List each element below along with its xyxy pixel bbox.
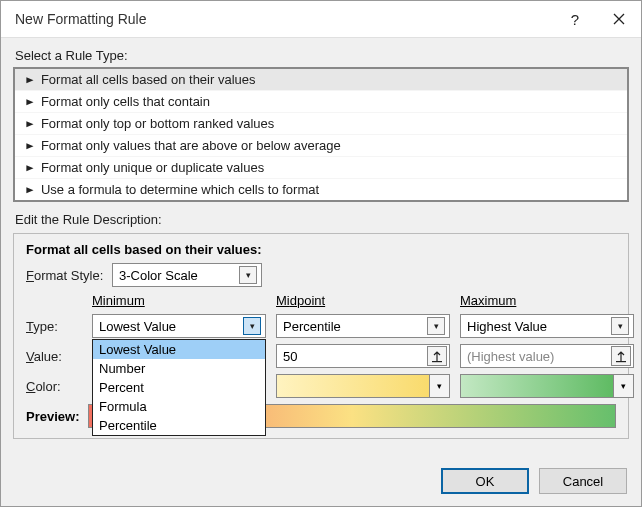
dropdown-option[interactable]: Lowest Value <box>93 340 265 359</box>
maximum-type-combo[interactable]: Highest Value ▾ <box>460 314 634 338</box>
midpoint-value-text: 50 <box>283 349 427 364</box>
range-selector-button[interactable] <box>427 346 447 366</box>
format-style-label: Format Style: <box>26 268 112 283</box>
chevron-down-icon: ▾ <box>613 375 633 397</box>
rule-type-item[interactable]: ►Format only top or bottom ranked values <box>15 113 627 135</box>
rule-type-item[interactable]: ►Use a formula to determine which cells … <box>15 179 627 200</box>
close-icon <box>613 13 625 25</box>
chevron-down-icon: ▾ <box>427 317 445 335</box>
dialog-body: Select a Rule Type: ►Format all cells ba… <box>1 37 641 506</box>
chevron-down-icon: ▾ <box>611 317 629 335</box>
dropdown-option[interactable]: Percentile <box>93 416 265 435</box>
maximum-color-combo[interactable]: ▾ <box>460 374 634 398</box>
dropdown-option[interactable]: Number <box>93 359 265 378</box>
range-selector-button[interactable] <box>611 346 631 366</box>
range-selector-icon <box>430 349 444 363</box>
svg-rect-1 <box>616 361 626 362</box>
rule-type-text: Format only values that are above or bel… <box>41 138 341 153</box>
bullet-arrow-icon: ► <box>24 184 36 195</box>
dropdown-option[interactable]: Formula <box>93 397 265 416</box>
maximum-value-placeholder: (Highest value) <box>467 349 611 364</box>
rule-type-text: Format only top or bottom ranked values <box>41 116 274 131</box>
bullet-arrow-icon: ► <box>24 162 36 173</box>
cancel-button[interactable]: Cancel <box>539 468 627 494</box>
svg-rect-0 <box>432 361 442 362</box>
rule-type-item[interactable]: ►Format only cells that contain <box>15 91 627 113</box>
chevron-down-icon: ▾ <box>243 317 261 335</box>
midpoint-value-input[interactable]: 50 <box>276 344 450 368</box>
midpoint-type-value: Percentile <box>283 319 427 334</box>
rule-type-list[interactable]: ►Format all cells based on their values … <box>13 67 629 202</box>
rule-type-text: Format all cells based on their values <box>41 72 256 87</box>
preview-label: Preview: <box>26 409 88 424</box>
chevron-down-icon: ▾ <box>239 266 257 284</box>
maximum-type-value: Highest Value <box>467 319 611 334</box>
midpoint-type-combo[interactable]: Percentile ▾ <box>276 314 450 338</box>
titlebar: New Formatting Rule ? <box>1 1 641 37</box>
new-formatting-rule-dialog: New Formatting Rule ? Select a Rule Type… <box>0 0 642 507</box>
help-button[interactable]: ? <box>553 1 597 37</box>
dialog-title: New Formatting Rule <box>15 11 553 27</box>
chevron-down-icon: ▾ <box>429 375 449 397</box>
ok-button[interactable]: OK <box>441 468 529 494</box>
rule-description-panel: Format all cells based on their values: … <box>13 233 629 439</box>
bullet-arrow-icon: ► <box>24 96 36 107</box>
format-style-combo[interactable]: 3-Color Scale ▾ <box>112 263 262 287</box>
midpoint-color-combo[interactable]: ▾ <box>276 374 450 398</box>
maximum-value-input[interactable]: (Highest value) <box>460 344 634 368</box>
range-selector-icon <box>614 349 628 363</box>
rule-type-text: Use a formula to determine which cells t… <box>41 182 319 197</box>
rule-description-title: Format all cells based on their values: <box>26 242 616 257</box>
minimum-type-dropdown[interactable]: Lowest Value Number Percent Formula Perc… <box>92 339 266 436</box>
dropdown-option[interactable]: Percent <box>93 378 265 397</box>
rule-type-text: Format only unique or duplicate values <box>41 160 264 175</box>
bullet-arrow-icon: ► <box>24 140 36 151</box>
close-button[interactable] <box>597 1 641 37</box>
rule-type-text: Format only cells that contain <box>41 94 210 109</box>
minimum-type-value: Lowest Value <box>99 319 243 334</box>
minimum-type-combo[interactable]: Lowest Value ▾ Lowest Value Number Perce… <box>92 314 266 338</box>
color-swatch <box>461 375 613 397</box>
rule-type-item[interactable]: ►Format all cells based on their values <box>15 69 627 91</box>
rule-type-item[interactable]: ►Format only values that are above or be… <box>15 135 627 157</box>
bullet-arrow-icon: ► <box>24 74 36 85</box>
edit-rule-description-label: Edit the Rule Description: <box>15 212 627 227</box>
bullet-arrow-icon: ► <box>24 118 36 129</box>
maximum-header: Maximum <box>460 293 634 308</box>
rule-type-item[interactable]: ►Format only unique or duplicate values <box>15 157 627 179</box>
dialog-footer: OK Cancel <box>441 468 627 494</box>
color-swatch <box>277 375 429 397</box>
minimum-header: Minimum <box>92 293 266 308</box>
format-style-value: 3-Color Scale <box>119 268 239 283</box>
midpoint-header: Midpoint <box>276 293 450 308</box>
select-rule-type-label: Select a Rule Type: <box>15 48 627 63</box>
